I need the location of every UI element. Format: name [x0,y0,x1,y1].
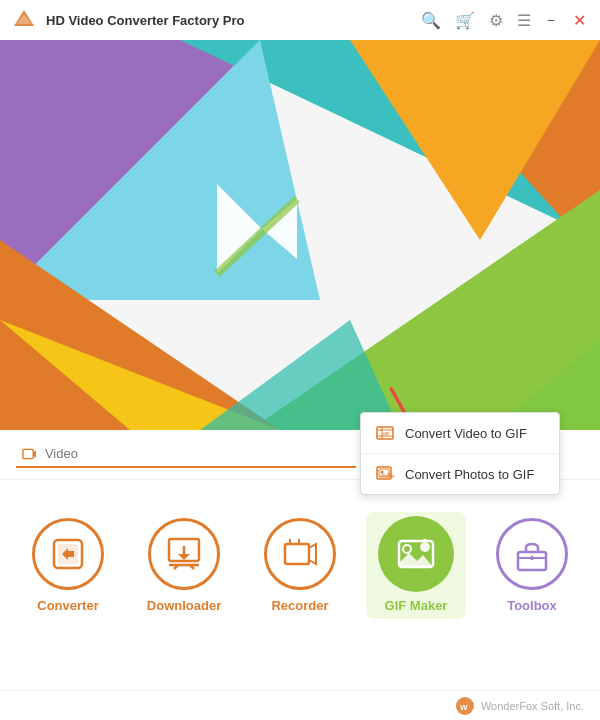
svg-rect-48 [518,552,546,570]
recorder-icon [280,534,320,574]
recorder-label: Recorder [271,598,328,613]
convert-video-to-gif-item[interactable]: GIF Convert Video to GIF [361,413,559,453]
recorder-icon-circle [264,518,336,590]
gif-photo-icon: GIF [375,464,395,484]
close-button[interactable]: ✕ [569,9,590,32]
cart-icon[interactable]: 🛒 [455,11,475,30]
minimize-button[interactable]: − [543,10,559,30]
svg-point-45 [403,545,411,553]
downloader-label: Downloader [147,598,221,613]
hero-logo-icon [192,169,312,289]
svg-rect-28 [23,449,33,458]
gif-video-icon: GIF [375,423,395,443]
hero-banner [0,40,600,430]
search-input-wrap [16,442,356,468]
toolbox-feature[interactable]: Toolbox [482,518,582,613]
search-icon[interactable]: 🔍 [421,11,441,30]
title-bar: HD Video Converter Factory Pro 🔍 🛒 ⚙ ☰ −… [0,0,600,40]
recorder-feature[interactable]: Recorder [250,518,350,613]
svg-text:GIF: GIF [388,474,395,479]
footer: W WonderFox Soft, Inc. [0,690,600,720]
converter-icon [48,534,88,574]
gifmaker-label: GIF Maker [385,598,448,613]
converter-feature[interactable]: Converter [18,518,118,613]
convert-video-gif-label: Convert Video to GIF [405,426,527,441]
svg-text:W: W [460,703,468,712]
convert-photos-gif-label: Convert Photos to GIF [405,467,534,482]
company-name: WonderFox Soft, Inc. [481,700,584,712]
app-title: HD Video Converter Factory Pro [46,13,421,28]
toolbox-icon [512,534,552,574]
toolbox-icon-circle [496,518,568,590]
gifmaker-feature[interactable]: GIF Maker [366,512,466,619]
svg-marker-13 [217,184,262,274]
svg-marker-38 [178,554,190,560]
svg-marker-46 [399,553,433,567]
svg-point-47 [420,542,430,552]
gifmaker-icon-circle [380,518,452,590]
downloader-feature[interactable]: Downloader [134,518,234,613]
convert-photos-to-gif-item[interactable]: GIF Convert Photos to GIF [361,453,559,494]
downloader-icon-circle [148,518,220,590]
features-bar: Converter Downloader Reco [0,480,600,640]
converter-label: Converter [37,598,98,613]
svg-rect-39 [285,544,309,564]
settings-icon[interactable]: ⚙ [489,11,503,30]
app-logo-icon [10,6,38,34]
search-input[interactable] [45,446,350,461]
converter-icon-circle [32,518,104,590]
wonderfox-icon: W [455,696,475,716]
footer-company: W WonderFox Soft, Inc. [455,696,584,716]
svg-text:GIF: GIF [383,431,390,436]
menu-icon[interactable]: ☰ [517,11,531,30]
gifmaker-icon [395,533,437,575]
toolbox-label: Toolbox [507,598,557,613]
downloader-icon [164,534,204,574]
svg-rect-40 [285,544,309,564]
video-filter-icon [22,446,37,462]
gif-maker-dropdown: GIF Convert Video to GIF GIF Convert Pho… [360,412,560,495]
